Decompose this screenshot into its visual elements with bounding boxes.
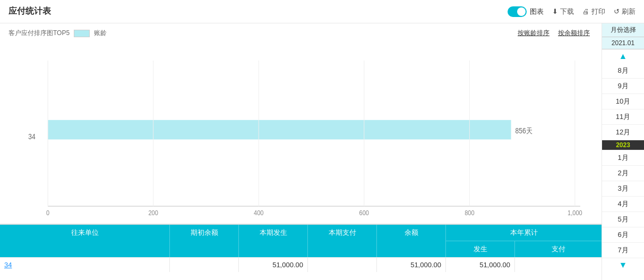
sidebar-title: 月份选择 <box>602 23 644 37</box>
td-balance: 51,000.00 <box>377 258 446 272</box>
sidebar-month-2[interactable]: 2月 <box>602 166 644 181</box>
chart-section: 客户应付排序图TOP5 账龄 按账龄排序 按余额排序 34 856天 <box>0 23 602 280</box>
chart-toggle-group: 图表 <box>508 6 544 17</box>
download-button[interactable]: ⬇ 下载 <box>552 7 574 16</box>
svg-text:856天: 856天 <box>516 126 533 135</box>
chart-header: 客户应付排序图TOP5 账龄 按账龄排序 按余额排序 <box>0 23 602 43</box>
sidebar-month-3[interactable]: 3月 <box>602 181 644 197</box>
svg-rect-1 <box>48 120 511 140</box>
td-opening <box>170 258 239 272</box>
th-unit: 往来单位 <box>0 225 170 257</box>
td-ytd-occur: 51,000.00 <box>446 258 515 272</box>
chart-toggle[interactable] <box>508 6 527 17</box>
table-row: 34 51,000.00 51,000.00 51,000.00 <box>0 257 602 272</box>
sidebar-month-8[interactable]: 8月 <box>602 63 644 79</box>
sidebar-month-10[interactable]: 10月 <box>602 94 644 109</box>
sidebar-month-1[interactable]: 1月 <box>602 150 644 166</box>
chart-sort-buttons: 按账龄排序 按余额排序 <box>514 28 593 39</box>
sidebar-down-button[interactable]: ▼ <box>602 258 644 272</box>
th-ytd-pay: 支付 <box>515 241 602 257</box>
sidebar-month-4[interactable]: 4月 <box>602 197 644 212</box>
sort-by-balance-button[interactable]: 按余额排序 <box>555 28 593 39</box>
th-opening: 期初余额 <box>170 225 239 257</box>
chart-area: 34 856天 0 200 400 600 800 1,000 <box>0 43 602 224</box>
header-actions: 图表 ⬇ 下载 🖨 打印 ↺ 刷新 <box>508 6 636 17</box>
app-header: 应付统计表 图表 ⬇ 下载 🖨 打印 ↺ 刷新 <box>0 0 644 23</box>
th-current-occur: 本期发生 <box>239 225 308 257</box>
svg-text:0: 0 <box>46 209 50 217</box>
th-ytd-occur: 发生 <box>446 241 515 257</box>
sidebar-month-6[interactable]: 6月 <box>602 227 644 243</box>
th-ytd-label: 本年累计 <box>446 225 602 241</box>
refresh-button[interactable]: ↺ 刷新 <box>614 7 636 16</box>
toggle-knob <box>517 7 526 16</box>
chart-label: 图表 <box>530 7 544 16</box>
chart-svg: 34 856天 0 200 400 600 800 1,000 <box>27 48 591 218</box>
print-icon: 🖨 <box>582 7 589 15</box>
th-current-pay: 本期支付 <box>308 225 377 257</box>
th-ytd-sub: 发生 支付 <box>446 241 602 257</box>
svg-text:34: 34 <box>28 133 35 141</box>
sidebar-month-5[interactable]: 5月 <box>602 212 644 227</box>
download-icon: ⬇ <box>552 7 558 15</box>
svg-text:200: 200 <box>148 209 158 217</box>
refresh-icon: ↺ <box>614 7 620 15</box>
data-table: 往来单位 期初余额 本期发生 本期支付 余额 本年累计 发生 支付 <box>0 224 602 272</box>
main-content: 客户应付排序图TOP5 账龄 按账龄排序 按余额排序 34 856天 <box>0 23 644 280</box>
sidebar-year-2023: 2023 <box>602 140 644 150</box>
svg-text:1,000: 1,000 <box>568 209 582 217</box>
sidebar-scroll: ▲ 8月 9月 10月 11月 12月 2023 1月 2月 3月 4月 5月 … <box>602 49 644 280</box>
sidebar-month-7[interactable]: 7月 <box>602 243 644 258</box>
sidebar-year-select[interactable]: 2021.01 <box>602 37 644 49</box>
th-ytd-group: 本年累计 发生 支付 <box>446 225 602 257</box>
print-button[interactable]: 🖨 打印 <box>582 7 605 16</box>
td-unit: 34 <box>0 258 170 272</box>
td-ytd-pay <box>515 258 602 272</box>
svg-text:800: 800 <box>465 209 475 217</box>
sidebar-month-12[interactable]: 12月 <box>602 125 644 140</box>
legend-box <box>74 30 90 37</box>
legend-text: 客户应付排序图TOP5 <box>8 29 70 38</box>
sidebar-up-button[interactable]: ▲ <box>602 49 644 63</box>
unit-link[interactable]: 34 <box>4 261 12 269</box>
chart-legend: 客户应付排序图TOP5 账龄 <box>8 29 107 38</box>
sidebar-month-9[interactable]: 9月 <box>602 79 644 94</box>
sidebar-month-11[interactable]: 11月 <box>602 109 644 125</box>
svg-text:600: 600 <box>359 209 370 217</box>
svg-text:400: 400 <box>254 209 264 217</box>
legend-box-label: 账龄 <box>94 29 107 38</box>
month-sidebar: 月份选择 2021.01 ▲ 8月 9月 10月 11月 12月 2023 1月… <box>602 23 644 280</box>
sort-by-age-button[interactable]: 按账龄排序 <box>514 28 553 39</box>
td-current-pay <box>308 258 377 272</box>
td-current-occur: 51,000.00 <box>239 258 308 272</box>
page-title: 应付统计表 <box>8 6 51 17</box>
th-balance: 余额 <box>377 225 446 257</box>
table-header: 往来单位 期初余额 本期发生 本期支付 余额 本年累计 发生 支付 <box>0 225 602 257</box>
